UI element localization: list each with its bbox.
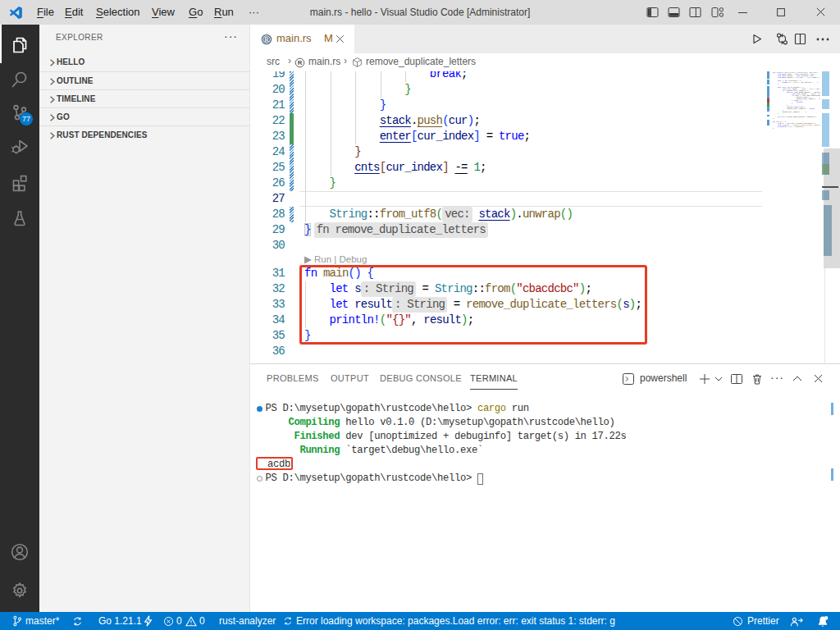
svg-text:R: R <box>264 36 269 43</box>
svg-text:R: R <box>298 59 303 66</box>
